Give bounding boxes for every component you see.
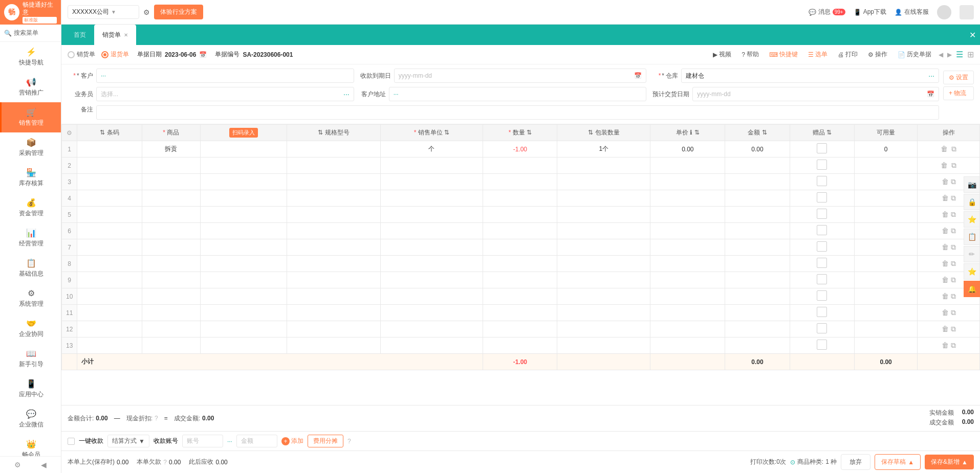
add-btn[interactable]: + 添加 (281, 437, 303, 445)
gift-checkbox[interactable] (817, 241, 827, 252)
float-btn-orange[interactable]: 🔔 (964, 281, 980, 297)
delete-btn[interactable]: 🗑 (942, 210, 949, 218)
save-draft-btn[interactable]: 保存草稿 ▲ (875, 454, 921, 470)
user-dropdown[interactable] (960, 5, 974, 19)
calc-method-select[interactable]: 结算方式 ▼ (107, 435, 149, 447)
print-btn[interactable]: 🖨 打印 (835, 49, 861, 60)
copy-btn[interactable]: ⧉ (951, 308, 956, 317)
spec-cell-2[interactable] (287, 157, 380, 174)
sidebar-item-apps[interactable]: 📱 应用中心 (0, 374, 61, 404)
tabbar-close-btn[interactable]: ✕ (969, 30, 976, 40)
copy-btn-2[interactable]: ⧉ (951, 161, 956, 169)
float-btn-3[interactable]: ⭐ (964, 211, 980, 228)
radio-return-order[interactable]: 退货单 (101, 50, 129, 59)
online-service-btn[interactable]: 👤 在线客服 (895, 8, 929, 16)
collapse-footer-btn[interactable]: ◀ (41, 461, 47, 469)
gift-checkbox[interactable] (817, 274, 827, 284)
help-btn[interactable]: ? 帮助 (738, 49, 762, 60)
barcode-cell-1[interactable] (77, 141, 142, 157)
account-input[interactable]: 账号 (182, 435, 223, 447)
gift-checkbox[interactable] (817, 192, 827, 202)
sidebar-item-inventory[interactable]: 🏪 库存核算 (0, 163, 61, 193)
amount-cell-2[interactable] (725, 157, 790, 174)
delivery-date-input[interactable]: yyyy-mm-dd 📅 (692, 87, 939, 101)
logistics-btn[interactable]: + 物流 (943, 86, 974, 100)
gift-checkbox-2[interactable] (817, 160, 827, 170)
qty-cell-1[interactable]: -1.00 (483, 141, 557, 157)
app-download-btn[interactable]: 📱 App下载 (854, 8, 886, 16)
sidebar-item-quick-nav[interactable]: ⚡ 快捷导航 (0, 42, 61, 72)
view-list-icon[interactable]: ☰ (956, 50, 963, 59)
col-gear[interactable]: ⚙ (62, 125, 77, 141)
copy-btn[interactable]: ⧉ (951, 276, 956, 284)
sidebar-item-guide[interactable]: 📖 新手引导 (0, 344, 61, 374)
product-cell-2[interactable] (142, 157, 200, 174)
spec-cell-1[interactable] (287, 141, 380, 157)
float-btn-6[interactable]: ⭐ (964, 263, 980, 280)
price-cell-2[interactable] (650, 157, 725, 174)
radio-sales-order[interactable]: 销货单 (68, 50, 95, 59)
delete-btn[interactable]: 🗑 (942, 292, 949, 300)
gift-cell-2[interactable] (790, 157, 854, 174)
sidebar-item-marketing[interactable]: 📢 营销推广 (0, 72, 61, 102)
nav-next-icon[interactable]: ▶ (947, 51, 952, 58)
gift-cell-1[interactable] (790, 141, 854, 157)
float-btn-2[interactable]: 🔒 (964, 194, 980, 210)
discount-help-icon[interactable]: ? (155, 415, 158, 422)
copy-btn[interactable]: ⧉ (951, 325, 956, 333)
gift-checkbox[interactable] (817, 290, 827, 301)
video-btn[interactable]: ▶ 视频 (710, 49, 734, 60)
salesman-input[interactable]: 选择... ··· (96, 87, 354, 101)
float-btn-4[interactable]: 📋 (964, 229, 980, 245)
settings-footer-btn[interactable]: ⚙ (14, 461, 21, 469)
unit-cell-2[interactable] (380, 157, 483, 174)
copy-btn-1[interactable]: ⧉ (951, 145, 956, 153)
topbar-settings-btn[interactable]: ⚙ (143, 8, 150, 16)
sidebar-item-basic-info[interactable]: 📋 基础信息 (0, 253, 61, 283)
sidebar-item-member[interactable]: 👑 畅会员 (0, 434, 61, 456)
gift-checkbox[interactable] (817, 176, 827, 186)
tab-home[interactable]: 首页 (66, 25, 94, 45)
search-menu-item[interactable]: 🔍 搜索菜单 (0, 25, 61, 42)
delete-btn-1[interactable]: 🗑 (941, 145, 948, 153)
delete-btn[interactable]: 🗑 (942, 177, 949, 186)
delete-btn[interactable]: 🗑 (942, 308, 949, 317)
tab-close-icon[interactable]: ✕ (124, 32, 128, 38)
user-avatar[interactable] (937, 5, 951, 19)
tab-sales-order[interactable]: 销货单 ✕ (94, 25, 136, 45)
gift-checkbox[interactable] (817, 258, 827, 268)
float-btn-1[interactable]: 📷 (964, 176, 980, 193)
qty-cell-2[interactable] (483, 157, 557, 174)
payment-help-icon[interactable]: ? (347, 438, 351, 445)
message-btn[interactable]: 💬 消息 99+ (809, 8, 845, 16)
amount-cell-1[interactable]: 0.00 (725, 141, 790, 157)
unit-cell-1[interactable]: 个 (380, 141, 483, 157)
product-cell-1[interactable]: 拆贡 (142, 141, 200, 157)
customer-addr-input[interactable]: ··· (389, 87, 647, 101)
delete-btn[interactable]: 🗑 (942, 259, 949, 267)
copy-btn[interactable]: ⧉ (951, 341, 956, 349)
select-btn[interactable]: ☰ 选单 (805, 49, 831, 60)
view-grid-icon[interactable]: ⊞ (967, 50, 974, 59)
delete-btn[interactable]: 🗑 (942, 276, 949, 284)
sidebar-item-sales[interactable]: 🛒 销售管理 (0, 102, 61, 132)
delete-btn[interactable]: 🗑 (942, 341, 949, 349)
history-btn[interactable]: 📄 历史单据 (895, 49, 934, 60)
delete-btn[interactable]: 🗑 (942, 227, 949, 235)
nav-prev-icon[interactable]: ◀ (939, 51, 943, 58)
due-date-input[interactable]: yyyy-mm-dd 📅 (394, 69, 647, 83)
setup-btn[interactable]: ⚙ 设置 (943, 71, 974, 84)
remarks-input[interactable] (96, 105, 939, 120)
pkg-qty-cell-1[interactable]: 1个 (557, 141, 650, 157)
barcode-cell-2[interactable] (77, 157, 142, 174)
copy-btn[interactable]: ⧉ (951, 243, 956, 251)
copy-btn[interactable]: ⧉ (951, 177, 956, 186)
gift-checkbox[interactable] (817, 323, 827, 333)
sidebar-item-management[interactable]: 📊 经营管理 (0, 223, 61, 253)
copy-btn[interactable]: ⧉ (951, 259, 956, 267)
discard-btn[interactable]: 放弃 (841, 454, 870, 470)
gift-checkbox[interactable] (817, 340, 827, 350)
sidebar-item-system[interactable]: ⚙ 系统管理 (0, 283, 61, 313)
sidebar-item-enterprise[interactable]: 🤝 企业协同 (0, 313, 61, 344)
delete-btn[interactable]: 🗑 (942, 325, 949, 333)
